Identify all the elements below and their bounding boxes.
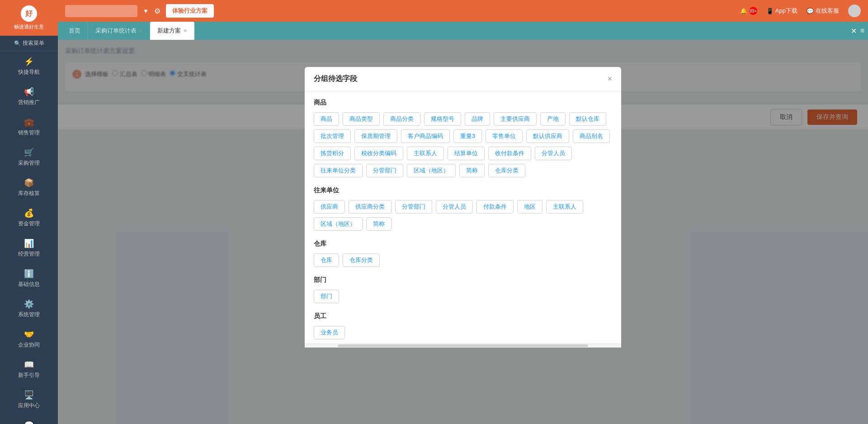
field-select-modal: 分组待选字段 × 商品 商品 商品类型 商品分类 规格型号 xyxy=(305,67,621,348)
notification-icon: 🔔 xyxy=(740,8,747,14)
tabs-collapse-icon[interactable]: ✕ xyxy=(851,27,857,35)
scrollbar-thumb-h xyxy=(338,344,588,347)
online-service-label: 在线客服 xyxy=(816,7,839,15)
field-tag[interactable]: 拣货积分 xyxy=(314,147,351,160)
field-tag[interactable]: 区域（地区） xyxy=(314,217,363,231)
online-service-item[interactable]: 💬 在线客服 xyxy=(807,7,839,15)
topbar-search-input[interactable] xyxy=(65,5,137,17)
section-partner-title: 往来单位 xyxy=(314,186,612,195)
field-tag[interactable]: 零售单位 xyxy=(486,129,523,143)
sidebar-item-app-center[interactable]: 🖥️ 应用中心 xyxy=(0,385,58,415)
field-tag[interactable]: 供应商分类 xyxy=(349,200,392,214)
marketing-icon: 📢 xyxy=(24,87,34,97)
sidebar-item-marketing[interactable]: 📢 营销推广 xyxy=(0,81,58,112)
sidebar-item-finance[interactable]: 💰 资金管理 xyxy=(0,203,58,233)
field-tag[interactable]: 主联系人 xyxy=(546,200,583,214)
section-partner: 往来单位 供应商 供应商分类 分管部门 分管人员 付款条件 地区 主联系人 区域… xyxy=(314,186,612,231)
field-tag[interactable]: 产地 xyxy=(540,112,566,126)
sidebar-search-label: 搜索菜单 xyxy=(23,39,44,47)
field-tag[interactable]: 分管部门 xyxy=(366,164,403,177)
sidebar-item-label: 快捷导航 xyxy=(18,68,40,76)
sales-icon: 💼 xyxy=(24,117,34,127)
field-tag[interactable]: 分管人员 xyxy=(535,147,572,160)
topbar-gear-icon[interactable]: ⚙ xyxy=(154,7,160,15)
app-download-item[interactable]: 📱 App下载 xyxy=(766,7,797,15)
sidebar-item-system[interactable]: ⚙️ 系统管理 xyxy=(0,294,58,324)
field-tag[interactable]: 简称 xyxy=(366,217,392,231)
modal-close-btn[interactable]: × xyxy=(607,74,612,84)
field-tag[interactable]: 税收分类编码 xyxy=(354,147,403,160)
field-tag[interactable]: 结算单位 xyxy=(448,147,485,160)
sidebar-item-label: 经营管理 xyxy=(18,250,40,258)
sidebar-item-inventory[interactable]: 📦 库存核算 xyxy=(0,172,58,203)
tab-purchase-stats-label: 采购订单统计表 xyxy=(95,27,137,35)
modal-horizontal-scrollbar[interactable] xyxy=(305,343,621,348)
section-warehouse: 仓库 仓库 仓库分类 xyxy=(314,240,612,267)
sidebar-item-basic-info[interactable]: ℹ️ 基础信息 xyxy=(0,263,58,294)
sidebar-item-purchase[interactable]: 🛒 采购管理 xyxy=(0,142,58,172)
field-tag[interactable]: 分管部门 xyxy=(395,200,432,214)
sidebar-item-sales[interactable]: 💼 销售管理 xyxy=(0,112,58,142)
sidebar-item-label: 企业协同 xyxy=(18,341,40,349)
tab-purchase-stats[interactable]: 采购订单统计表 × xyxy=(88,22,150,40)
content-area: 采购订单统计表方案设置 1 选择模板 汇总表 明细表 交叉统计表 分组待选字段 xyxy=(58,40,868,424)
app-center-icon: 🖥️ xyxy=(24,390,34,400)
tab-home[interactable]: 首页 xyxy=(61,22,88,40)
field-tag[interactable]: 业务员 xyxy=(314,326,345,339)
tab-new-plan[interactable]: 新建方案 × xyxy=(150,22,194,40)
field-tag[interactable]: 仓库分类 xyxy=(343,253,380,267)
collaboration-icon: 🤝 xyxy=(24,329,34,339)
section-employee: 员工 业务员 xyxy=(314,312,612,339)
field-tag[interactable]: 商品分类 xyxy=(383,112,420,126)
field-tag[interactable]: 分管人员 xyxy=(436,200,473,214)
sidebar-item-label: 应用中心 xyxy=(18,402,40,410)
field-tag[interactable]: 商品别名 xyxy=(573,129,610,143)
department-tags: 部门 xyxy=(314,290,612,303)
field-tag[interactable]: 地区 xyxy=(517,200,542,214)
field-tag[interactable]: 简称 xyxy=(459,164,485,177)
sidebar-item-collaboration[interactable]: 🤝 企业协同 xyxy=(0,324,58,354)
field-tag[interactable]: 重量3 xyxy=(453,129,482,143)
field-tag[interactable]: 收付款条件 xyxy=(488,147,531,160)
sidebar-item-quick-nav[interactable]: ⚡ 快捷导航 xyxy=(0,51,58,81)
field-tag[interactable]: 商品 xyxy=(314,112,339,126)
sidebar-item-operation[interactable]: 📊 经营管理 xyxy=(0,233,58,263)
field-tag[interactable]: 部门 xyxy=(314,290,339,303)
field-tag[interactable]: 主要供应商 xyxy=(494,112,537,126)
field-tag[interactable]: 规格型号 xyxy=(424,112,461,126)
field-tag[interactable]: 仓库 xyxy=(314,253,339,267)
field-tag[interactable]: 客户商品编码 xyxy=(401,129,450,143)
field-tag[interactable]: 品牌 xyxy=(465,112,490,126)
tabs-menu-icon[interactable]: ≡ xyxy=(860,27,864,35)
field-tag[interactable]: 默认供应商 xyxy=(526,129,569,143)
sidebar-item-wechat[interactable]: 💬 企业微信 xyxy=(0,415,58,424)
field-tag[interactable]: 保质期管理 xyxy=(354,129,397,143)
field-tag[interactable]: 默认仓库 xyxy=(569,112,606,126)
field-tag[interactable]: 主联系人 xyxy=(407,147,444,160)
sidebar-logo[interactable]: 好 畅捷通好生意 xyxy=(0,0,58,36)
sidebar-item-label: 销售管理 xyxy=(18,129,40,137)
field-tag[interactable]: 供应商 xyxy=(314,200,345,214)
trial-btn[interactable]: 体验行业方案 xyxy=(166,4,214,18)
app-container: 好 畅捷通好生意 🔍 搜索菜单 ⚡ 快捷导航 📢 营销推广 💼 销售管理 🛒 采… xyxy=(0,0,868,424)
modal-body: 商品 商品 商品类型 商品分类 规格型号 品牌 主要供应商 产地 默认仓库 批次… xyxy=(305,91,621,343)
basic-info-icon: ℹ️ xyxy=(24,269,34,279)
sidebar-item-guide[interactable]: 📖 新手引导 xyxy=(0,354,58,385)
user-avatar[interactable] xyxy=(848,5,861,17)
tab-purchase-close-icon[interactable]: × xyxy=(139,28,142,34)
section-department-title: 部门 xyxy=(314,276,612,284)
field-tag[interactable]: 商品类型 xyxy=(343,112,380,126)
notification-item[interactable]: 🔔 99+ xyxy=(740,7,757,15)
sidebar-item-label: 库存核算 xyxy=(18,190,40,197)
search-icon: 🔍 xyxy=(14,40,21,47)
topbar-dropdown-arrow[interactable]: ▼ xyxy=(143,8,149,14)
tab-new-plan-close-icon[interactable]: × xyxy=(184,28,187,34)
field-tag[interactable]: 仓库分类 xyxy=(488,164,525,177)
field-tag[interactable]: 往来单位分类 xyxy=(314,164,363,177)
tabs-extra: ✕ ≡ xyxy=(851,27,864,35)
field-tag[interactable]: 付款条件 xyxy=(476,200,514,214)
sidebar-search-menu[interactable]: 🔍 搜索菜单 xyxy=(0,36,58,51)
field-tag[interactable]: 批次管理 xyxy=(314,129,351,143)
section-department: 部门 部门 xyxy=(314,276,612,303)
field-tag[interactable]: 区域（地区） xyxy=(407,164,456,177)
